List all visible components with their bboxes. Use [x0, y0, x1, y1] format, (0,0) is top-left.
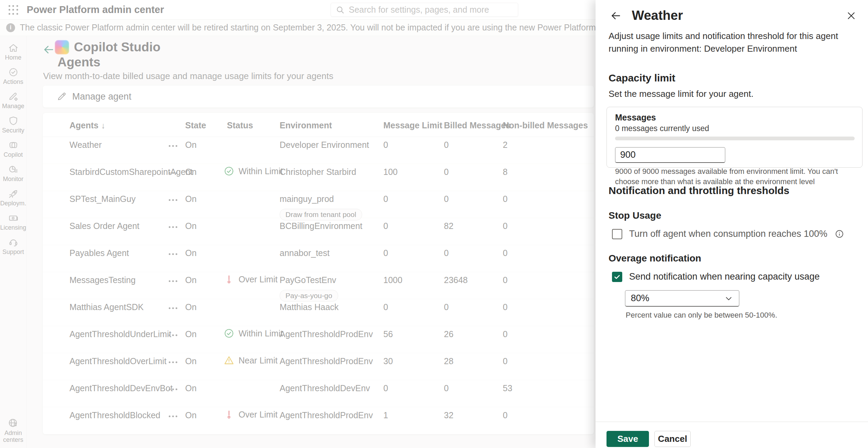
status-cell: Within Limit: [224, 328, 283, 339]
column-header-non-billed-messages[interactable]: Non-billed Messages: [503, 120, 588, 130]
table-row[interactable]: AgentThresholdDevEnvBotOnAgentThresholdD…: [43, 380, 594, 407]
threshold-percent-dropdown[interactable]: 80%: [625, 290, 739, 307]
status-label: Within Limit: [239, 329, 283, 338]
agent-name: AgentThresholdOverLimit: [69, 356, 166, 366]
billed-messages-value: 82: [444, 221, 454, 231]
status-within-limit-icon: [224, 166, 234, 177]
column-header-message-limit[interactable]: Message Limit: [383, 120, 442, 130]
deployment-rocket-icon: [8, 188, 19, 199]
sidebar-item-copilot[interactable]: Copilot: [0, 137, 26, 161]
row-more-options-icon[interactable]: [167, 332, 179, 338]
app-launcher-icon[interactable]: [8, 4, 19, 16]
column-header-billed-messages[interactable]: Billed Messages: [444, 120, 511, 130]
agent-name: AgentThresholdUnderLimit: [69, 329, 171, 339]
table-row[interactable]: AgentThresholdBlockedOnOver LimitAgentTh…: [43, 407, 594, 434]
sidebar-item-monitor[interactable]: Monitor: [0, 161, 26, 185]
row-more-options-icon[interactable]: [167, 278, 179, 284]
environment-cell: mainguy_prodDraw from tenant pool: [280, 194, 362, 220]
status-near-limit-icon: [224, 355, 234, 366]
environment-cell: Matthias Haack: [280, 302, 339, 312]
agent-name: SPTest_MainGuy: [69, 194, 136, 204]
non-billed-messages-value: 53: [503, 383, 512, 393]
column-header-state[interactable]: State: [185, 120, 206, 130]
stop-usage-heading: Stop Usage: [609, 210, 855, 221]
non-billed-messages-value: 0: [503, 248, 508, 258]
overage-checkbox[interactable]: [612, 272, 622, 282]
actions-seal-check-icon: [8, 67, 19, 78]
row-more-options-icon[interactable]: [167, 413, 179, 419]
billed-messages-value: 32: [444, 410, 454, 420]
table-row[interactable]: WeatherOnDeveloper Environment002: [43, 137, 594, 164]
message-limit-value: 56: [383, 329, 393, 339]
sidebar-item-security[interactable]: Security: [0, 112, 26, 137]
message-limit-value: 1: [383, 410, 388, 420]
row-more-options-icon[interactable]: [167, 197, 179, 203]
agent-state: On: [185, 329, 196, 339]
agent-name: Sales Order Agent: [69, 221, 139, 231]
message-limit-value: 0: [383, 383, 388, 393]
sidebar-item-support[interactable]: Support: [0, 234, 26, 258]
save-button[interactable]: Save: [607, 431, 649, 447]
agent-state: On: [185, 410, 196, 420]
row-more-options-icon[interactable]: [167, 305, 179, 311]
panel-back-arrow-icon[interactable]: [609, 9, 623, 23]
billed-messages-value: 26: [444, 329, 454, 339]
environment-cell: BCBillingEnvironment: [280, 221, 362, 231]
billed-messages-value: 23648: [444, 275, 468, 285]
close-icon[interactable]: [845, 9, 858, 22]
message-limit-value: 0: [383, 140, 388, 150]
chevron-down-icon: [724, 294, 733, 303]
table-row[interactable]: MessagesTestingOnOver LimitPayGoTestEnvP…: [43, 272, 594, 299]
global-search-input[interactable]: Search for settings, pages, and more: [331, 3, 518, 17]
row-more-options-icon[interactable]: [167, 170, 179, 176]
sidebar-item-home[interactable]: Home: [0, 39, 26, 64]
monitor-pie-chart-icon: [8, 164, 19, 175]
environment-cell: AgentThresholdProdEnv: [280, 356, 373, 366]
sidebar-item-admin-centers[interactable]: Admin centers: [0, 416, 26, 445]
table-row[interactable]: SPTest_MainGuyOnmainguy_prodDraw from te…: [43, 191, 594, 218]
column-header-agents[interactable]: Agents↓: [69, 120, 105, 130]
row-more-options-icon[interactable]: [167, 224, 179, 230]
environment-cell: annabor_test: [280, 248, 330, 258]
agent-state: On: [185, 167, 196, 177]
table-row[interactable]: Matthias AgentSDKOnMatthias Haack000: [43, 299, 594, 326]
row-more-options-icon[interactable]: [167, 143, 179, 149]
info-icon[interactable]: [835, 229, 844, 239]
message-limit-value: 0: [383, 302, 388, 312]
table-row[interactable]: AgentThresholdUnderLimitOnWithin LimitAg…: [43, 326, 594, 353]
sidebar-item-label: Actions: [3, 78, 23, 85]
check-icon: [613, 273, 621, 281]
stop-usage-checkbox[interactable]: [612, 229, 622, 239]
table-row[interactable]: Payables AgentOnannabor_test000: [43, 245, 594, 272]
cancel-button[interactable]: Cancel: [654, 431, 691, 447]
row-more-options-icon[interactable]: [167, 386, 179, 392]
agent-state: On: [185, 275, 196, 285]
column-header-status[interactable]: Status: [227, 120, 253, 130]
sidebar-item-deploym[interactable]: Deploym...: [0, 185, 26, 209]
agent-name: Matthias AgentSDK: [69, 302, 144, 312]
billed-messages-value: 0: [444, 248, 449, 258]
status-over-limit-icon: [224, 274, 234, 285]
sidebar-item-actions[interactable]: Actions: [0, 64, 26, 88]
agent-settings-panel: Weather Adjust usage limits and notifica…: [596, 0, 868, 448]
agent-state: On: [185, 140, 196, 150]
status-cell: Over Limit: [224, 274, 278, 285]
agent-name: AgentThresholdDevEnvBot: [69, 383, 173, 393]
agent-name: Weather: [69, 140, 102, 150]
page-back-arrow-icon[interactable]: [42, 43, 55, 56]
page-subtitle: View month-to-date billed usage and mana…: [43, 71, 333, 81]
table-row[interactable]: Sales Order AgentOnBCBillingEnvironment0…: [43, 218, 594, 245]
billed-messages-value: 28: [444, 356, 454, 366]
manage-agent-button[interactable]: Manage agent: [56, 91, 131, 102]
non-billed-messages-value: 0: [503, 329, 508, 339]
row-more-options-icon[interactable]: [167, 359, 179, 365]
sidebar-item-label: Copilot: [3, 151, 23, 158]
row-more-options-icon[interactable]: [167, 251, 179, 257]
admin-centers-globe-icon: [8, 418, 19, 429]
sidebar-item-manage[interactable]: Manage: [0, 88, 26, 112]
table-row[interactable]: AgentThresholdOverLimitOnNear LimitAgent…: [43, 353, 594, 380]
column-header-environment[interactable]: Environment: [280, 120, 332, 130]
sidebar-item-licensing[interactable]: Licensing: [0, 209, 26, 234]
table-row[interactable]: StarbirdCustomSharepointAgentOnWithin Li…: [43, 164, 594, 191]
message-limit-input[interactable]: [615, 147, 725, 163]
